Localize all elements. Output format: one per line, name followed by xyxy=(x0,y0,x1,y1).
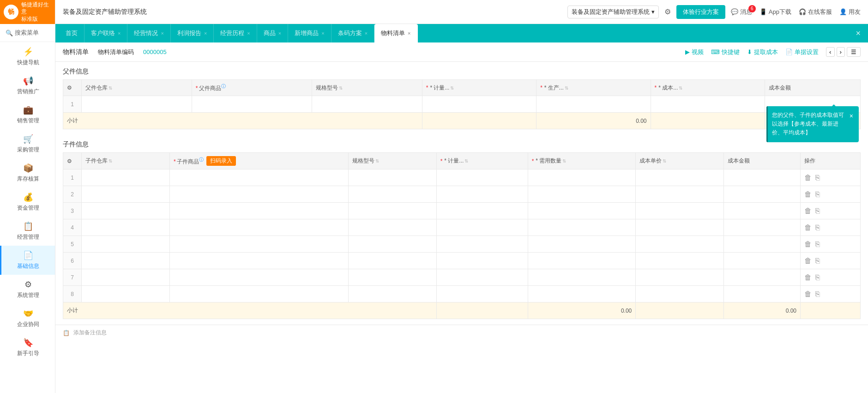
delete-icon-2[interactable]: 🗑 xyxy=(804,190,812,199)
child-row-unit-5[interactable] xyxy=(436,236,528,253)
child-row-unit-1[interactable] xyxy=(436,169,528,186)
child-row-spec-1[interactable] xyxy=(348,169,436,186)
sidebar-item-guide[interactable]: 🔖 新手引导 xyxy=(0,333,55,362)
sidebar-item-collab[interactable]: 🤝 企业协同 xyxy=(0,304,55,333)
child-row-quantity-5[interactable] xyxy=(528,236,636,253)
child-row-warehouse-5[interactable] xyxy=(82,236,170,253)
tab-close-profit[interactable]: × xyxy=(204,30,207,36)
nav-tab-ops-history[interactable]: 经营历程× xyxy=(214,24,257,42)
nav-tab-goods[interactable]: 商品× xyxy=(257,24,288,42)
sidebar-item-sales[interactable]: 💼 销售管理 xyxy=(0,100,55,129)
copy-icon-3[interactable]: ⎘ xyxy=(815,207,820,215)
child-row-spec-6[interactable] xyxy=(348,253,436,269)
copy-icon-6[interactable]: ⎘ xyxy=(815,257,820,265)
copy-icon-1[interactable]: ⎘ xyxy=(815,174,820,182)
sidebar-item-finance[interactable]: 💰 资金管理 xyxy=(0,187,55,217)
child-row-quantity-3[interactable] xyxy=(528,203,636,219)
child-row-spec-3[interactable] xyxy=(348,203,436,219)
prev-button[interactable]: ‹ xyxy=(826,47,834,57)
copy-icon-7[interactable]: ⎘ xyxy=(815,273,820,282)
sidebar-item-purchase[interactable]: 🛒 采购管理 xyxy=(0,129,55,158)
message-button[interactable]: 💬 消息 6 xyxy=(731,8,752,16)
child-row-unit-cost-4[interactable] xyxy=(636,219,724,236)
child-row-unit-cost-8[interactable] xyxy=(636,286,724,302)
child-row-unit-cost-1[interactable] xyxy=(636,169,724,186)
nav-tab-barcode[interactable]: 条码方案× xyxy=(332,24,374,42)
tab-close-customer[interactable]: × xyxy=(118,30,121,36)
delete-icon-1[interactable]: 🗑 xyxy=(804,174,812,182)
child-row-warehouse-4[interactable] xyxy=(82,219,170,236)
child-row-unit-4[interactable] xyxy=(436,219,528,236)
tab-close-new-goods[interactable]: × xyxy=(321,30,324,36)
child-row-quantity-2[interactable] xyxy=(528,186,636,203)
child-col-settings[interactable]: ⚙ xyxy=(63,153,82,169)
trial-button[interactable]: 体验行业方案 xyxy=(676,5,725,19)
child-row-quantity-4[interactable] xyxy=(528,219,636,236)
parent-row-cost[interactable] xyxy=(651,96,765,113)
child-row-goods-3[interactable] xyxy=(170,203,348,219)
scan-button[interactable]: 扫码录入 xyxy=(206,156,236,166)
nav-tab-ops-status[interactable]: 经营情况× xyxy=(127,24,170,42)
child-row-quantity-1[interactable] xyxy=(528,169,636,186)
copy-icon-8[interactable]: ⎘ xyxy=(815,290,820,298)
child-row-spec-5[interactable] xyxy=(348,236,436,253)
nav-tab-home[interactable]: 首页 xyxy=(59,24,84,42)
child-row-goods-7[interactable] xyxy=(170,269,348,286)
child-row-warehouse-3[interactable] xyxy=(82,203,170,219)
nav-tab-bom[interactable]: 物料清单× xyxy=(374,24,417,42)
tab-close-ops-history[interactable]: × xyxy=(247,30,250,36)
sidebar-item-quick-nav[interactable]: ⚡ 快捷导航 xyxy=(0,42,55,71)
nav-tab-profit[interactable]: 利润报告× xyxy=(171,24,214,42)
sidebar-item-system[interactable]: ⚙ 系统管理 xyxy=(0,275,55,304)
child-row-spec-8[interactable] xyxy=(348,286,436,302)
tooltip-close-button[interactable]: × xyxy=(850,111,853,121)
child-row-unit-7[interactable] xyxy=(436,269,528,286)
child-row-warehouse-8[interactable] xyxy=(82,286,170,302)
child-row-unit-cost-3[interactable] xyxy=(636,203,724,219)
child-row-unit-cost-6[interactable] xyxy=(636,253,724,269)
view-action[interactable]: ▶ 视频 xyxy=(685,48,704,56)
list-view-button[interactable]: ☰ xyxy=(847,47,861,57)
tab-close-barcode[interactable]: × xyxy=(365,30,368,36)
child-row-unit-2[interactable] xyxy=(436,186,528,203)
delete-icon-3[interactable]: 🗑 xyxy=(804,207,812,215)
delete-icon-7[interactable]: 🗑 xyxy=(804,273,812,282)
child-row-quantity-7[interactable] xyxy=(528,269,636,286)
parent-row-warehouse[interactable] xyxy=(82,96,192,113)
child-row-unit-cost-2[interactable] xyxy=(636,186,724,203)
app-download-button[interactable]: 📱 App下载 xyxy=(760,8,791,16)
parent-row-goods[interactable] xyxy=(192,96,312,113)
child-row-goods-5[interactable] xyxy=(170,236,348,253)
child-row-warehouse-1[interactable] xyxy=(82,169,170,186)
delete-icon-4[interactable]: 🗑 xyxy=(804,224,812,232)
child-row-warehouse-6[interactable] xyxy=(82,253,170,269)
single-settings-action[interactable]: 📄 单据设置 xyxy=(785,48,819,56)
copy-icon-5[interactable]: ⎘ xyxy=(815,240,820,248)
parent-row-produce[interactable] xyxy=(536,96,651,113)
shortcut-action[interactable]: ⌨ 快捷键 xyxy=(711,48,740,56)
sidebar-item-ops[interactable]: 📋 经营管理 xyxy=(0,217,55,246)
user-menu[interactable]: 👤 用友 xyxy=(839,8,861,16)
copy-icon-4[interactable]: ⎘ xyxy=(815,224,820,232)
sidebar-item-inventory[interactable]: 📦 库存核算 xyxy=(0,158,55,187)
search-menu[interactable]: 🔍 搜索菜单 xyxy=(0,24,55,42)
copy-icon-2[interactable]: ⎘ xyxy=(815,190,820,199)
tab-close-goods[interactable]: × xyxy=(278,30,281,36)
sidebar-item-marketing[interactable]: 📢 营销推广 xyxy=(0,71,55,100)
child-row-goods-4[interactable] xyxy=(170,219,348,236)
child-row-spec-7[interactable] xyxy=(348,269,436,286)
child-row-goods-6[interactable] xyxy=(170,253,348,269)
sidebar-item-basic-info[interactable]: 📄 基础信息 xyxy=(0,246,55,275)
child-row-warehouse-7[interactable] xyxy=(82,269,170,286)
child-row-goods-2[interactable] xyxy=(170,186,348,203)
close-all-tabs[interactable]: × xyxy=(852,29,864,38)
child-row-quantity-8[interactable] xyxy=(528,286,636,302)
delete-icon-8[interactable]: 🗑 xyxy=(804,290,812,298)
nav-tab-customer[interactable]: 客户联络× xyxy=(84,24,127,42)
extract-cost-action[interactable]: ⬇ 提取成本 xyxy=(747,48,778,56)
child-row-unit-cost-7[interactable] xyxy=(636,269,724,286)
child-row-goods-8[interactable] xyxy=(170,286,348,302)
delete-icon-5[interactable]: 🗑 xyxy=(804,240,812,248)
nav-tab-new-goods[interactable]: 新增商品× xyxy=(288,24,331,42)
tab-close-ops-status[interactable]: × xyxy=(161,30,163,36)
